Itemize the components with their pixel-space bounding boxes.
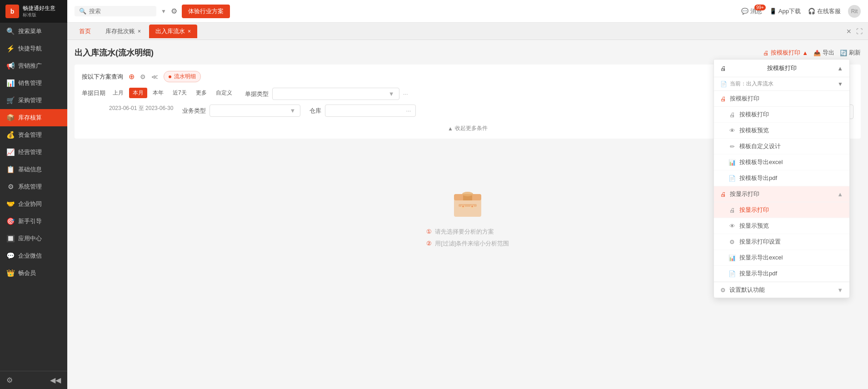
print-template-button[interactable]: 🖨 按模板打印 ▲: [763, 49, 808, 57]
date-shortcut-本月[interactable]: 本月: [129, 88, 147, 98]
user-avatar-button[interactable]: Rit: [848, 5, 861, 18]
sidebar-item-purchase[interactable]: 🛒采购管理: [0, 92, 67, 109]
date-shortcut-自定义[interactable]: 自定义: [212, 88, 236, 98]
sidebar-item-search[interactable]: 🔍搜索菜单: [0, 23, 67, 40]
footer-label: 设置默认功能: [729, 286, 765, 294]
refresh-button[interactable]: 🔄 刷新: [840, 49, 861, 57]
doc-type-label: 单据类型: [245, 90, 269, 98]
filter-settings-icon[interactable]: ⚙: [140, 73, 146, 80]
date-shortcut-上月[interactable]: 上月: [109, 88, 127, 98]
search-chevron-icon[interactable]: ▼: [161, 8, 166, 15]
quick-nav-icon: ⚡: [6, 45, 15, 53]
display-pdf-icon: 📄: [728, 270, 736, 277]
template-print-item[interactable]: 🖨 按模板打印: [714, 107, 849, 123]
dropdown-header: 🖨 按模板打印 ▲: [714, 60, 849, 77]
doc-type-select[interactable]: ▼: [272, 88, 399, 100]
wechat-icon: 💬: [6, 252, 15, 260]
display-export-pdf-item[interactable]: 📄 按显示导出pdf: [714, 266, 849, 282]
sidebar-item-basic[interactable]: 📋基础信息: [0, 161, 67, 178]
app-download-button[interactable]: 📱 App下载: [769, 7, 801, 15]
sidebar-item-label: 新手引导: [18, 217, 42, 225]
display-preview-item[interactable]: 👁 按显示预览: [714, 218, 849, 234]
sidebar-item-member[interactable]: 👑畅会员: [0, 264, 67, 282]
date-shortcut-本年[interactable]: 本年: [149, 88, 167, 98]
tab-label: 出入库流水: [155, 27, 185, 35]
chevron-up-icon: ▲: [802, 50, 808, 56]
topbar-right: 💬 消息 99+ 📱 App下载 🎧 在线客服 Rit: [741, 5, 861, 18]
tab-label: 首页: [79, 27, 91, 35]
sidebar-item-inventory[interactable]: 📦库存核算: [0, 109, 67, 126]
template-design-label: 模板自定义设计: [739, 142, 781, 150]
collapse-sidebar-icon[interactable]: ◀◀: [50, 376, 61, 384]
maximize-window-button[interactable]: ⛶: [856, 28, 863, 35]
template-preview-item[interactable]: 👁 按模板预览: [714, 123, 849, 139]
filter-collapse-icon[interactable]: ≪: [151, 73, 158, 80]
sidebar-item-label: 企业微信: [18, 252, 42, 260]
display-export-excel-item[interactable]: 📊 按显示导出excel: [714, 250, 849, 266]
dropdown-close-icon[interactable]: ▲: [837, 65, 843, 72]
message-badge: 99+: [754, 5, 766, 10]
sidebar-item-guide[interactable]: 🎯新手引导: [0, 213, 67, 230]
tab-home[interactable]: 首页: [73, 25, 97, 38]
display-excel-label: 按显示导出excel: [739, 254, 783, 262]
sidebar-bottom: ⚙ ◀◀: [0, 371, 67, 389]
tab-inventory-batch[interactable]: 库存批次账×: [99, 25, 147, 38]
display-print-settings-item[interactable]: ⚙ 按显示打印设置: [714, 234, 849, 250]
sidebar-item-operations[interactable]: 📈经营管理: [0, 144, 67, 161]
sidebar-item-quick-nav[interactable]: ⚡快捷导航: [0, 40, 67, 57]
tab-close-button[interactable]: ×: [188, 28, 191, 35]
footer-arrow-icon: ▼: [837, 287, 843, 294]
message-button[interactable]: 💬 消息 99+: [741, 7, 762, 15]
display-print-item[interactable]: 🖨 按显示打印: [714, 202, 849, 218]
topbar-search-box: 🔍: [75, 6, 156, 16]
display-print-section-icon: 🖨: [720, 191, 726, 198]
doc-type-more-icon[interactable]: ···: [403, 90, 408, 97]
sidebar-item-label: 畅会员: [18, 269, 36, 277]
search-icon: 🔍: [6, 27, 15, 35]
date-shortcut-更多[interactable]: 更多: [192, 88, 210, 98]
sidebar-item-label: 快捷导航: [18, 45, 42, 53]
current-chevron-icon[interactable]: ▼: [838, 81, 843, 87]
sidebar-item-apps[interactable]: 🔲应用中心: [0, 230, 67, 247]
purchase-icon: 🛒: [6, 96, 15, 105]
empty-illustration: [445, 180, 490, 221]
online-service-button[interactable]: 🎧 在线客服: [808, 7, 841, 15]
display-print-header[interactable]: 🖨 按显示打印 ▲: [714, 186, 849, 202]
template-export-pdf-item[interactable]: 📄 按模板导出pdf: [714, 170, 849, 186]
tab-close-button[interactable]: ×: [138, 28, 141, 35]
template-print-section: 🖨 按模板打印 🖨 按模板打印 👁 按模板预览 ✏ 模板自定义设计 📊 按模板导…: [714, 91, 849, 186]
sidebar-item-label: 企业协同: [18, 200, 42, 208]
topbar-settings-icon[interactable]: ⚙: [171, 7, 177, 15]
export-icon: 📤: [813, 50, 821, 56]
sidebar-item-marketing[interactable]: 📢营销推广: [0, 57, 67, 75]
sidebar-item-label: 营销推广: [18, 62, 42, 70]
warehouse-select[interactable]: ···: [325, 105, 416, 117]
sidebar-item-sales[interactable]: 📊销售管理: [0, 75, 67, 92]
operations-icon: 📈: [6, 148, 15, 156]
svg-point-8: [471, 205, 473, 207]
add-filter-button[interactable]: ⊕: [129, 72, 135, 81]
sidebar-item-finance[interactable]: 💰资金管理: [0, 126, 67, 144]
template-export-excel-item[interactable]: 📊 按模板导出excel: [714, 155, 849, 170]
search-input[interactable]: [89, 8, 152, 15]
empty-step-2: ② 用[过滤]条件来缩小分析范围: [426, 238, 509, 249]
display-print-icon: 🖨: [728, 207, 736, 214]
dropdown-footer[interactable]: ⚙ 设置默认功能 ▼: [714, 282, 849, 298]
page-header: 出入库流水(流水明细) 🖨 按模板打印 ▲ 📤 导出 🔄 刷新: [75, 47, 861, 58]
settings-icon[interactable]: ⚙: [6, 376, 13, 384]
sidebar-item-wechat[interactable]: 💬企业微信: [0, 247, 67, 264]
collapse-up-icon: ▲: [448, 125, 453, 132]
trial-button[interactable]: 体验行业方案: [182, 5, 230, 18]
template-print-header[interactable]: 🖨 按模板打印: [714, 91, 849, 107]
date-shortcut-近7天[interactable]: 近7天: [169, 88, 190, 98]
display-settings-icon: ⚙: [728, 239, 736, 245]
sidebar-item-enterprise[interactable]: 🤝企业协同: [0, 195, 67, 213]
sales-icon: 📊: [6, 79, 15, 87]
sidebar-item-system[interactable]: ⚙系统管理: [0, 178, 67, 195]
tab-stock-flow[interactable]: 出入库流水×: [149, 25, 197, 38]
export-button[interactable]: 📤 导出: [813, 49, 834, 57]
display-excel-icon: 📊: [728, 254, 736, 261]
business-type-select[interactable]: ▼: [210, 105, 300, 117]
close-window-button[interactable]: ✕: [846, 28, 852, 35]
template-design-item[interactable]: ✏ 模板自定义设计: [714, 139, 849, 155]
